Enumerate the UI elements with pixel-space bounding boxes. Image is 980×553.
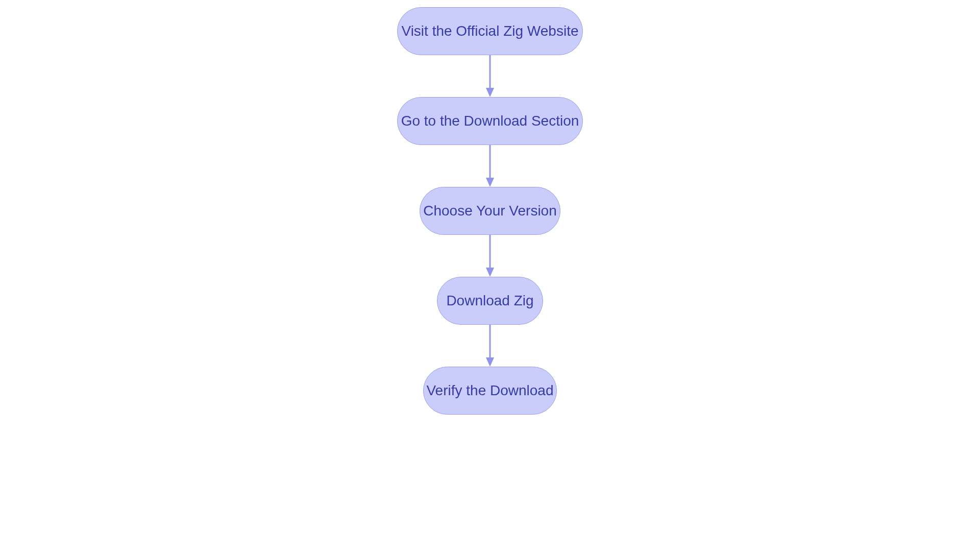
flow-node-download-section: Go to the Download Section: [397, 97, 583, 145]
flow-node-choose-version: Choose Your Version: [420, 187, 560, 235]
node-label: Visit the Official Zig Website: [401, 23, 578, 39]
flow-node-verify-download: Verify the Download: [423, 367, 557, 415]
svg-marker-5: [486, 268, 494, 277]
svg-marker-1: [486, 88, 494, 97]
flow-arrow: [485, 235, 495, 277]
svg-marker-7: [486, 357, 494, 367]
flow-node-visit-website: Visit the Official Zig Website: [397, 7, 583, 55]
flow-arrow: [485, 55, 495, 97]
flow-node-download-zig: Download Zig: [437, 277, 543, 325]
arrow-down-icon: [485, 55, 495, 97]
node-label: Verify the Download: [426, 382, 553, 399]
arrow-down-icon: [485, 235, 495, 277]
flow-arrow: [485, 145, 495, 187]
arrow-down-icon: [485, 325, 495, 367]
svg-marker-3: [486, 178, 494, 187]
flowchart: Visit the Official Zig Website Go to the…: [397, 7, 583, 415]
node-label: Choose Your Version: [423, 203, 557, 219]
flow-arrow: [485, 325, 495, 367]
arrow-down-icon: [485, 145, 495, 187]
node-label: Go to the Download Section: [401, 113, 579, 129]
node-label: Download Zig: [446, 293, 533, 309]
